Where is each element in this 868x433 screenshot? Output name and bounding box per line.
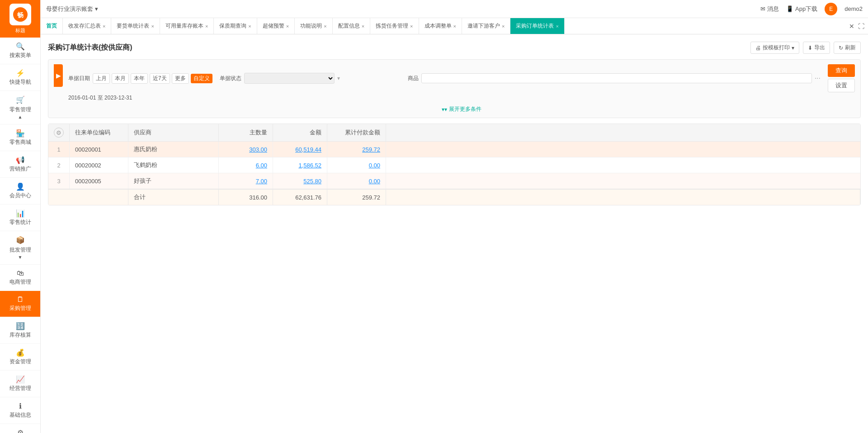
status-label: 单据状态: [220, 75, 241, 82]
cell-qty[interactable]: 303.00: [219, 142, 273, 157]
tab-baozhi-label: 保质期查询: [219, 22, 246, 30]
username-label[interactable]: demo2: [844, 5, 863, 12]
sidebar-item-marketing[interactable]: 📢 营销推广: [0, 151, 40, 178]
tab-keyongliang[interactable]: 可用量库存账本 ×: [160, 18, 214, 34]
sidebar-item-retail-stat-label: 零售统计: [9, 219, 31, 226]
tab-baozhi-close[interactable]: ×: [248, 24, 251, 29]
shortcut-7days[interactable]: 近7天: [150, 73, 170, 84]
tab-chengben-close[interactable]: ×: [453, 24, 456, 29]
tab-gongneng-close[interactable]: ×: [324, 24, 326, 29]
tab-chengben[interactable]: 成本调整单 ×: [419, 18, 462, 34]
member-icon: 👤: [16, 182, 25, 191]
cell-qty[interactable]: 6.00: [219, 157, 273, 173]
tab-yaohuotongji[interactable]: 要货单统计表 ×: [111, 18, 160, 34]
search-icon: 🔍: [16, 42, 25, 51]
cell-amount[interactable]: 60,519.44: [273, 142, 327, 157]
sidebar-item-system[interactable]: ⚙ 系统管理: [0, 424, 40, 433]
shortcut-this-year[interactable]: 本年: [131, 73, 148, 84]
th-paid-label: 累计付款金额: [345, 129, 380, 136]
sidebar-item-member[interactable]: 👤 会员中心: [0, 178, 40, 205]
tab-caigou[interactable]: 采购订单统计表 ×: [510, 18, 564, 34]
sidebar-item-retail-stat[interactable]: 📊 零售统计: [0, 205, 40, 231]
shortcut-custom[interactable]: 自定义: [191, 74, 212, 83]
cell-extra: [386, 173, 860, 190]
tab-home-label: 首页: [46, 22, 57, 30]
tab-zhihuo-close[interactable]: ×: [410, 24, 413, 29]
refresh-button[interactable]: ↻ 刷新: [834, 42, 861, 54]
expand-filter-label: 展开更多条件: [449, 105, 481, 113]
tab-close-all-icon[interactable]: ✕: [849, 23, 854, 30]
sidebar-item-quicknav[interactable]: ⚡ 快捷导航: [0, 64, 40, 91]
tab-gongneng[interactable]: 功能说明 ×: [295, 18, 332, 34]
sidebar-item-search-label: 搜索英单: [9, 52, 31, 59]
sidebar-item-ecommerce-label: 电商管理: [9, 278, 31, 286]
cell-paid[interactable]: 0.00: [327, 173, 386, 190]
app-download-button[interactable]: 📱 App下载: [786, 5, 817, 13]
column-settings-icon[interactable]: ⚙: [54, 128, 64, 138]
goods-input[interactable]: [421, 73, 812, 83]
tab-peizhi[interactable]: 配置信息 ×: [333, 18, 370, 34]
tab-yaoqing-close[interactable]: ×: [502, 24, 505, 29]
tab-shoufajuhui-close[interactable]: ×: [103, 24, 105, 29]
sidebar-item-operation[interactable]: 📈 经营管理: [0, 371, 40, 397]
expand-filter-button[interactable]: ▾▾ 展开更多条件: [442, 105, 481, 113]
tab-zhihuo[interactable]: 拣货任务管理 ×: [370, 18, 419, 34]
settings-button[interactable]: 设置: [828, 79, 855, 92]
main-area: 母婴行业演示账套 ▾ ✉ 消息 📱 App下载 E demo2 首页 收发存汇总…: [41, 0, 868, 433]
shortcut-this-month[interactable]: 本月: [112, 73, 129, 84]
cell-paid[interactable]: 259.72: [327, 142, 386, 157]
tab-keyongliang-label: 可用量库存账本: [165, 22, 203, 30]
expand-sidebar-button[interactable]: ▶: [54, 64, 63, 87]
filter-toggle-row: ▾▾ 展开更多条件: [68, 105, 855, 113]
sidebar-item-basic[interactable]: ℹ 基础信息: [0, 397, 40, 424]
tab-baozhi[interactable]: 保质期查询 ×: [214, 18, 257, 34]
tab-caigou-label: 采购订单统计表: [516, 22, 554, 30]
workspace-dropdown-icon: ▾: [95, 5, 98, 12]
cell-qty[interactable]: 7.00: [219, 173, 273, 190]
table-row: 3 00020005 好孩子 7.00 525.80 0.00: [48, 173, 860, 190]
cell-amount[interactable]: 525.80: [273, 173, 327, 190]
goods-more-icon[interactable]: ···: [815, 74, 821, 82]
th-supplier: 供应商: [128, 124, 219, 142]
print-button[interactable]: 🖨 按模板打印 ▾: [750, 42, 799, 54]
tab-chaochuyujing-close[interactable]: ×: [286, 24, 289, 29]
tab-keyongliang-close[interactable]: ×: [205, 24, 208, 29]
tab-caigou-close[interactable]: ×: [556, 24, 558, 29]
tab-shoufajuhui[interactable]: 收发存汇总表 ×: [63, 18, 111, 34]
avatar[interactable]: E: [825, 3, 837, 15]
msg-label: 消息: [767, 5, 779, 13]
shortcut-more[interactable]: 更多: [172, 73, 189, 84]
cell-index: 2: [48, 157, 70, 173]
shortcut-last-month[interactable]: 上月: [93, 73, 110, 84]
quicknav-icon: ⚡: [16, 69, 25, 77]
sidebar-item-retail[interactable]: 🛒 零售管理 ▲: [0, 91, 40, 124]
sidebar-item-member-label: 会员中心: [9, 192, 31, 200]
sidebar-item-inventory[interactable]: 🔢 库存核算: [0, 317, 40, 344]
sidebar-item-ecommerce[interactable]: 🛍 电商管理: [0, 265, 40, 291]
sidebar-item-capital[interactable]: 💰 资金管理: [0, 344, 40, 371]
th-settings: ⚙: [48, 124, 70, 142]
query-button[interactable]: 查询: [828, 64, 855, 77]
tab-home[interactable]: 首页: [41, 18, 63, 34]
tab-yaoqing[interactable]: 邀请下游客户 ×: [462, 18, 510, 34]
tab-yaohuotongji-close[interactable]: ×: [151, 24, 154, 29]
tab-chaochuyujing[interactable]: 超储预警 ×: [257, 18, 295, 34]
cell-paid[interactable]: 0.00: [327, 157, 386, 173]
sidebar-item-search[interactable]: 🔍 搜索英单: [0, 38, 40, 64]
sidebar-item-retail-shop[interactable]: 🏪 零售商城: [0, 124, 40, 151]
sidebar-item-batch[interactable]: 📦 批发管理 ▼: [0, 231, 40, 265]
refresh-label: 刷新: [845, 44, 856, 52]
cell-amount[interactable]: 1,586.52: [273, 157, 327, 173]
tab-chaochuyujing-label: 超储预警: [263, 22, 284, 30]
export-button[interactable]: ⬇ 导出: [803, 42, 830, 54]
tab-peizhi-close[interactable]: ×: [362, 24, 364, 29]
sidebar-item-purchase[interactable]: 🗒 采购管理: [0, 291, 40, 317]
filter-bar: ▶ 单据日期 上月 本月 本年 近7天 更多: [48, 59, 861, 118]
workspace-selector[interactable]: 母婴行业演示账套 ▾: [46, 5, 98, 13]
msg-button[interactable]: ✉ 消息: [760, 5, 779, 13]
svg-text:畅: 畅: [17, 11, 24, 19]
tab-maximize-icon[interactable]: ⛶: [858, 23, 864, 30]
inventory-icon: 🔢: [16, 322, 25, 330]
status-select[interactable]: [244, 73, 335, 84]
th-supplier-label: 供应商: [134, 129, 151, 136]
